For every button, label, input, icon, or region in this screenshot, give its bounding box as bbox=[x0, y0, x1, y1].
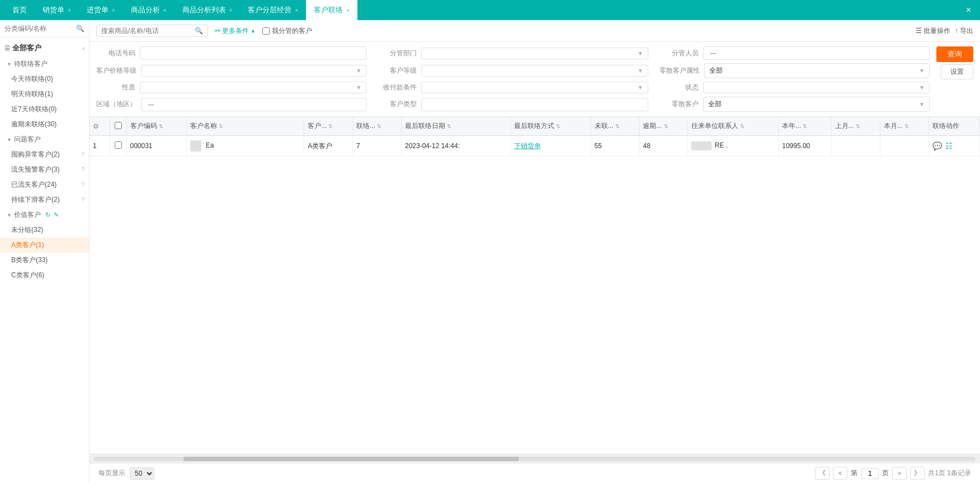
my-customers-checkbox-label[interactable]: 我分管的客户 bbox=[262, 26, 312, 36]
my-customers-checkbox[interactable] bbox=[262, 27, 270, 35]
select-all-checkbox[interactable] bbox=[115, 122, 122, 129]
sidebar-item-churned[interactable]: 已流失客户(24) ? bbox=[0, 177, 89, 192]
prev-page-btn[interactable]: ＜ bbox=[833, 467, 847, 480]
region-ellipsis[interactable]: ··· bbox=[141, 98, 366, 111]
message-action-icon[interactable]: 💬 bbox=[932, 141, 942, 150]
code-sort-icon[interactable]: ⇅ bbox=[159, 124, 163, 129]
phone-label: 电话号码 bbox=[96, 49, 135, 58]
sidebar: 🔍 ☰ 全部客户 ‹ ▼ 待联络客户 今天待联络(0) 明天待联络(1) 近7天… bbox=[0, 20, 89, 483]
sidebar-item-c-class[interactable]: C类客户(6) bbox=[0, 268, 89, 283]
more-filters-btn[interactable]: ⚯ 更多条件 ▲ bbox=[215, 26, 256, 36]
column-settings-icon[interactable]: ⚙ bbox=[93, 122, 99, 130]
close-contact-icon[interactable]: × bbox=[346, 7, 350, 13]
sidebar-item-overdue[interactable]: 逾期未联络(30) bbox=[0, 117, 89, 132]
nav-home[interactable]: 首页 bbox=[4, 0, 35, 20]
nav-customer-contact[interactable]: 客户联络 × bbox=[306, 0, 357, 20]
sidebar-all-customers[interactable]: ☰ 全部客户 ‹ bbox=[0, 40, 89, 56]
sidebar-item-churn-warning[interactable]: 流失预警客户(3) ? bbox=[0, 162, 89, 177]
nav-purchase[interactable]: 进货单 × bbox=[79, 0, 123, 20]
help-abnormal-icon[interactable]: ? bbox=[81, 151, 84, 158]
dept-select[interactable]: ▼ bbox=[421, 48, 648, 59]
search-btn[interactable]: 查询 bbox=[936, 46, 973, 62]
help-churn-warning-icon[interactable]: ? bbox=[81, 167, 84, 173]
sidebar-collapse-icon[interactable]: ‹ bbox=[83, 45, 84, 51]
row-last-method: 下销货单 bbox=[510, 136, 591, 157]
last-month-sort-icon[interactable]: ⇅ bbox=[856, 124, 860, 129]
page-size-select[interactable]: 50 bbox=[130, 467, 154, 480]
sidebar-item-declining[interactable]: 持续下滑客户(2) ? bbox=[0, 192, 89, 207]
nav-sales[interactable]: 销货单 × bbox=[35, 0, 79, 20]
export-btn[interactable]: ↑ 导出 bbox=[955, 26, 973, 36]
col-type: 客户... ⇅ bbox=[304, 117, 353, 136]
no-contact-sort-icon[interactable]: ⇅ bbox=[615, 124, 620, 129]
manager-ellipsis[interactable]: ··· bbox=[703, 46, 930, 60]
company-contact-sort-icon[interactable]: ⇅ bbox=[740, 124, 745, 129]
filter-row-1: 电话号码 分管部门 ▼ 分管人员 bbox=[96, 46, 930, 60]
nature-select[interactable]: ▼ bbox=[140, 82, 366, 93]
price-grade-label: 客户价格等级 bbox=[96, 66, 136, 75]
this-year-sort-icon[interactable]: ⇅ bbox=[803, 124, 807, 129]
refresh-value-icon[interactable]: ↻ bbox=[45, 211, 50, 219]
status-select[interactable]: ▼ bbox=[703, 82, 930, 93]
price-grade-select[interactable]: ▼ bbox=[141, 65, 366, 77]
row-action-buttons: 💬 ☷ bbox=[932, 141, 976, 150]
retail-select[interactable]: 全部 ▼ bbox=[703, 97, 930, 112]
content-area: 🔍 ⚯ 更多条件 ▲ 我分管的客户 ☰ 批量操作 ↑ 导出 bbox=[89, 20, 980, 483]
close-segment-icon[interactable]: × bbox=[295, 7, 298, 13]
sidebar-item-unclassified[interactable]: 未分组(32) bbox=[0, 222, 89, 238]
batch-op-btn[interactable]: ☰ 批量操作 bbox=[916, 26, 950, 36]
close-purchase-icon[interactable]: × bbox=[112, 7, 115, 13]
help-churned-icon[interactable]: ? bbox=[81, 182, 84, 188]
payment-arrow-icon: ▼ bbox=[638, 84, 643, 91]
nav-customer-segment[interactable]: 客户分层经营 × bbox=[240, 0, 306, 20]
row-checkbox[interactable] bbox=[115, 141, 122, 149]
nav-analysis-list[interactable]: 商品分析列表 × bbox=[175, 0, 241, 20]
customer-type-label: 客户类型 bbox=[378, 100, 417, 109]
sidebar-section-problem[interactable]: ▼ 问题客户 bbox=[0, 132, 89, 147]
filter-actions: ☰ 批量操作 ↑ 导出 bbox=[916, 26, 973, 36]
last-date-sort-icon[interactable]: ⇅ bbox=[447, 124, 451, 129]
last-page-btn[interactable]: 》 bbox=[910, 467, 925, 480]
customer-grade-select[interactable]: ▼ bbox=[421, 65, 648, 77]
settings-btn[interactable]: 设置 bbox=[941, 64, 973, 79]
edit-value-icon[interactable]: ✎ bbox=[54, 211, 59, 219]
grid-action-icon[interactable]: ☷ bbox=[945, 141, 953, 150]
nav-analysis[interactable]: 商品分析 × bbox=[123, 0, 175, 20]
close-analysis-list-icon[interactable]: × bbox=[229, 7, 233, 13]
payment-select[interactable]: ▼ bbox=[421, 82, 648, 93]
sidebar-section-pending[interactable]: ▼ 待联络客户 bbox=[0, 56, 89, 72]
window-close-icon[interactable]: × bbox=[962, 5, 976, 15]
sidebar-item-a-class[interactable]: A类客户(1) bbox=[0, 238, 89, 253]
name-sort-icon[interactable]: ⇅ bbox=[219, 124, 223, 129]
last-method-sort-icon[interactable]: ⇅ bbox=[556, 124, 560, 129]
retail-attr-select[interactable]: 全部 ▼ bbox=[704, 63, 930, 78]
more-filters-arrow-icon: ▲ bbox=[251, 28, 256, 34]
close-sales-icon[interactable]: × bbox=[68, 7, 71, 13]
customer-type-input[interactable] bbox=[421, 98, 648, 111]
horizontal-scrollbar[interactable] bbox=[89, 454, 980, 463]
scroll-thumb[interactable] bbox=[183, 457, 519, 461]
sidebar-search-icon[interactable]: 🔍 bbox=[76, 25, 84, 32]
phone-input[interactable] bbox=[140, 46, 366, 60]
sidebar-item-abnormal[interactable]: 囤购异常客户(2) ? bbox=[0, 147, 89, 162]
first-page-btn[interactable]: 《 bbox=[815, 467, 830, 480]
sidebar-item-b-class[interactable]: B类客户(33) bbox=[0, 253, 89, 268]
next-page-btn[interactable]: ＞ bbox=[892, 467, 907, 480]
filter-customer-grade: 客户等级 ▼ bbox=[378, 65, 648, 77]
help-declining-icon[interactable]: ? bbox=[81, 197, 84, 203]
row-this-month bbox=[880, 136, 929, 157]
sidebar-search-input[interactable] bbox=[4, 25, 74, 32]
main-search-input[interactable] bbox=[101, 27, 192, 35]
contacts-sort-icon[interactable]: ⇅ bbox=[377, 124, 381, 129]
overdue-sort-icon[interactable]: ⇅ bbox=[664, 124, 668, 129]
page-number-input[interactable] bbox=[861, 468, 879, 479]
this-month-sort-icon[interactable]: ⇅ bbox=[904, 124, 909, 129]
close-analysis-icon[interactable]: × bbox=[163, 7, 167, 13]
type-sort-icon[interactable]: ⇅ bbox=[328, 124, 333, 129]
last-method-link[interactable]: 下销货单 bbox=[514, 142, 541, 150]
main-search-icon[interactable]: 🔍 bbox=[195, 27, 203, 35]
sidebar-item-today[interactable]: 今天待联络(0) bbox=[0, 72, 89, 87]
sidebar-item-7days[interactable]: 近7天待联络(0) bbox=[0, 102, 89, 117]
sidebar-item-tomorrow[interactable]: 明天待联络(1) bbox=[0, 87, 89, 102]
sidebar-section-value[interactable]: ▼ 价值客户 ↻ ✎ bbox=[0, 207, 89, 222]
